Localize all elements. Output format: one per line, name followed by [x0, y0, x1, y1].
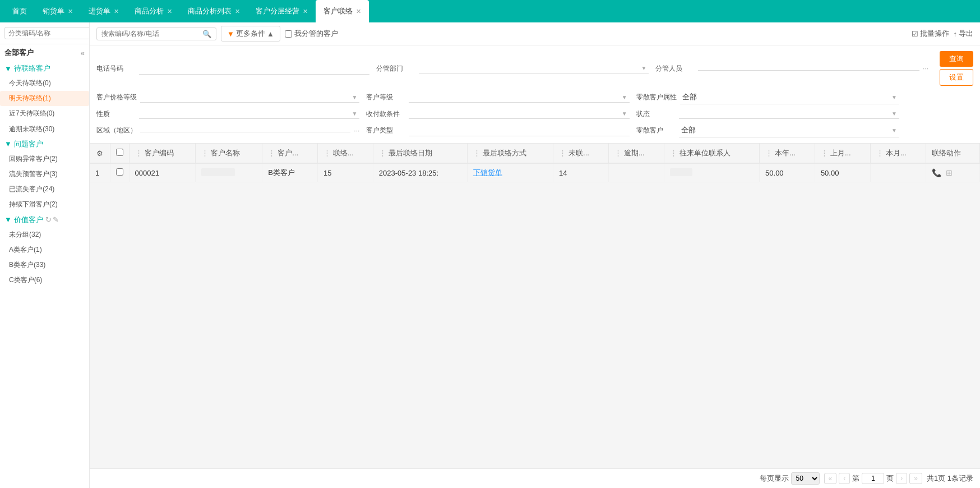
search-input[interactable] — [101, 30, 202, 38]
col-last-method: ⋮最后联络方式 — [467, 144, 553, 163]
nav-purchase-order[interactable]: 进货单 ✕ — [81, 0, 127, 22]
sidebar-item-churned[interactable]: 已流失客户(24) — [0, 182, 89, 197]
nav-sales-order[interactable]: 销货单 ✕ — [35, 0, 81, 22]
col-this-year-handle[interactable]: ⋮ — [765, 149, 773, 157]
region-input[interactable] — [140, 128, 350, 132]
sidebar-item-ungrouped[interactable]: 未分组(32) — [0, 227, 89, 242]
col-gear[interactable]: ⚙ — [90, 144, 110, 163]
close-product-analysis-icon[interactable]: ✕ — [167, 8, 172, 15]
next-page-button[interactable]: › — [896, 473, 907, 484]
page-size-area: 每页显示 50 20 100 — [760, 472, 820, 485]
region-ellipsis-icon[interactable]: ··· — [354, 127, 359, 135]
sidebar-item-churn-warning[interactable]: 流失预警客户(3) — [0, 167, 89, 182]
col-name: ⋮客户名称 — [196, 144, 262, 163]
phone-label: 电话号码 — [96, 64, 136, 73]
nav-home[interactable]: 首页 — [4, 0, 35, 22]
sidebar-item-7days[interactable]: 近7天待联络(0) — [0, 106, 89, 121]
table-scroll[interactable]: ⚙ ⋮客户编码 ⋮客户名称 ⋮客户... ⋮联络... ⋮最后联络日期 ⋮最后联… — [90, 144, 980, 468]
sidebar-item-a-class[interactable]: A类客户(1) — [0, 242, 89, 257]
nav-customer-contact[interactable]: 客户联络 ✕ — [316, 0, 369, 22]
retail-attr-select[interactable]: 全部 ▼ — [680, 90, 899, 104]
nav-product-analysis[interactable]: 商品分析 ✕ — [127, 0, 180, 22]
filter-field-customer-type: 客户类型 — [366, 125, 629, 136]
nav-product-analysis-list[interactable]: 商品分析列表 ✕ — [180, 0, 248, 22]
col-contact-count-handle[interactable]: ⋮ — [323, 149, 331, 157]
retail-customer-select[interactable]: 全部 ▼ — [679, 123, 899, 137]
sidebar-item-tomorrow[interactable]: 明天待联络(1) — [0, 91, 89, 106]
last-method-link[interactable]: 下销货单 — [473, 168, 502, 177]
sidebar-all-customers[interactable]: 全部客户 « — [0, 44, 89, 61]
sidebar-item-c-class[interactable]: C类客户(6) — [0, 273, 89, 288]
col-category-handle[interactable]: ⋮ — [268, 149, 275, 157]
close-product-analysis-list-icon[interactable]: ✕ — [235, 8, 240, 15]
sidebar-group-problem[interactable]: ▼ 问题客户 — [0, 137, 89, 151]
filter-row-2: 客户价格等级 ▼ 客户等级 ▼ 零散客户属性 全部 — [96, 90, 973, 104]
col-no-contact-handle[interactable]: ⋮ — [559, 149, 566, 157]
value-group-refresh-icon[interactable]: ↻ — [45, 215, 52, 224]
col-name-handle[interactable]: ⋮ — [201, 149, 209, 157]
col-contact-person-handle[interactable]: ⋮ — [670, 149, 677, 157]
filter-icon: ▼ — [227, 30, 234, 38]
price-level-select[interactable]: ▼ — [140, 93, 359, 103]
row-checkbox[interactable] — [116, 168, 123, 176]
select-all-checkbox[interactable] — [116, 149, 123, 156]
batch-op-button[interactable]: ☑ 批量操作 — [912, 29, 949, 39]
sidebar-search-input[interactable] — [4, 27, 90, 39]
dept-select[interactable]: ▼ — [419, 63, 649, 73]
content-area: 🔍 ▼ 更多条件 ▲ 我分管的客户 ☑ 批量操作 ↑ 导出 — [90, 22, 980, 488]
sidebar-group-value[interactable]: ▼ 价值客户 ↻ ✎ — [0, 213, 89, 227]
col-overdue-handle[interactable]: ⋮ — [614, 149, 622, 157]
close-customer-contact-icon[interactable]: ✕ — [356, 8, 361, 15]
sidebar-item-declining[interactable]: 持续下滑客户(2) — [0, 197, 89, 212]
last-page-button[interactable]: » — [909, 473, 922, 484]
phone-input[interactable] — [139, 63, 369, 75]
more-filter-button[interactable]: ▼ 更多条件 ▲ — [221, 26, 280, 42]
my-customers-checkbox[interactable] — [285, 30, 292, 38]
cell-checkbox[interactable] — [110, 163, 129, 182]
close-sales-order-icon[interactable]: ✕ — [68, 8, 73, 15]
filter-field-payment: 收付款条件 ▼ — [366, 109, 629, 119]
col-this-month-handle[interactable]: ⋮ — [876, 149, 884, 157]
sidebar: 🔍 全部客户 « ▼ 待联络客户 今天待联络(0) 明天待联络(1) 近7天待联… — [0, 22, 90, 488]
col-category: ⋮客户... — [262, 144, 318, 163]
col-last-date-handle[interactable]: ⋮ — [379, 149, 386, 157]
prev-page-button[interactable]: ‹ — [839, 473, 850, 484]
filter-row-4: 区域（地区） ··· 客户类型 零散客户 全部 ▼ — [96, 123, 973, 137]
col-code-handle[interactable]: ⋮ — [135, 149, 142, 157]
sidebar-item-overdue[interactable]: 逾期未联络(30) — [0, 122, 89, 137]
close-purchase-order-icon[interactable]: ✕ — [114, 8, 119, 15]
search-submit-icon[interactable]: 🔍 — [202, 30, 211, 38]
phone-action-icon[interactable]: 📞 — [932, 168, 941, 177]
my-customers-checkbox-area[interactable]: 我分管的客户 — [285, 29, 338, 39]
sidebar-item-b-class[interactable]: B类客户(33) — [0, 257, 89, 273]
sidebar-item-today[interactable]: 今天待联络(0) — [0, 76, 89, 91]
collapse-icon[interactable]: « — [81, 49, 85, 57]
manager-input[interactable] — [698, 67, 919, 71]
status-select[interactable]: ▼ — [679, 109, 899, 119]
nature-select[interactable]: ▼ — [139, 109, 359, 119]
page-size-select[interactable]: 50 20 100 — [791, 472, 820, 485]
sidebar-item-repurchase[interactable]: 回购异常客户(2) — [0, 151, 89, 167]
filter-field-retail-attr: 零散客户属性 全部 ▼ — [636, 90, 899, 104]
first-page-button[interactable]: « — [824, 473, 837, 484]
cell-last-method[interactable]: 下销货单 — [467, 163, 553, 182]
manager-ellipsis-icon[interactable]: ··· — [923, 65, 928, 72]
col-contact-count: ⋮联络... — [318, 144, 373, 163]
grid-action-icon[interactable]: ⊞ — [946, 168, 953, 177]
query-button[interactable]: 查询 — [940, 51, 973, 67]
col-checkbox[interactable] — [110, 144, 129, 163]
close-customer-layering-icon[interactable]: ✕ — [303, 8, 308, 15]
customer-level-select[interactable]: ▼ — [409, 93, 629, 103]
set-button[interactable]: 设置 — [940, 69, 973, 86]
payment-select[interactable]: ▼ — [409, 109, 629, 119]
export-button[interactable]: ↑ 导出 — [954, 29, 974, 39]
value-group-edit-icon[interactable]: ✎ — [53, 215, 59, 224]
col-this-month: ⋮本月... — [870, 144, 926, 163]
nav-customer-layering[interactable]: 客户分层经营 ✕ — [248, 0, 316, 22]
col-last-method-handle[interactable]: ⋮ — [473, 149, 480, 157]
customer-type-input[interactable] — [409, 125, 629, 136]
sidebar-group-pending[interactable]: ▼ 待联络客户 — [0, 61, 89, 76]
col-last-month-handle[interactable]: ⋮ — [821, 149, 828, 157]
filter-field-nature: 性质 ▼ — [96, 109, 359, 119]
page-number-input[interactable] — [862, 473, 884, 484]
